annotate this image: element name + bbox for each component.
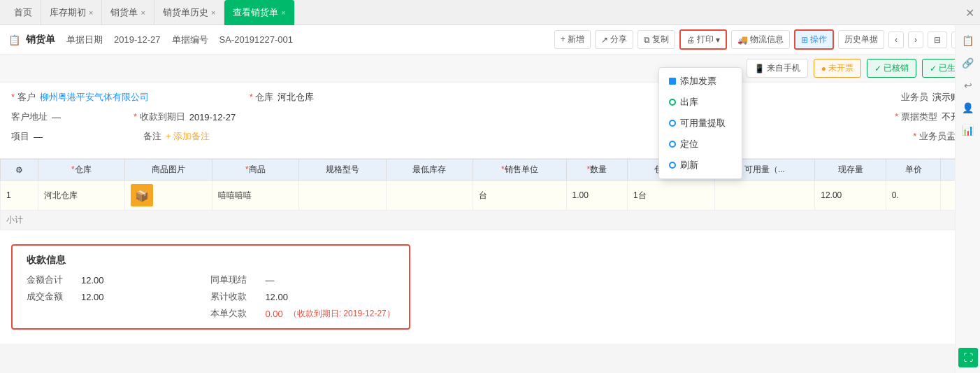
payment-row-same-order: 同单现结 —	[210, 274, 394, 286]
right-sidebar: 📋 🔗 ↩ 👤 📊 ⛶	[955, 25, 980, 344]
not-open-btn[interactable]: ● 未开票	[814, 59, 861, 78]
project-label: 项目	[11, 130, 29, 143]
row-spec	[299, 181, 387, 211]
close-tab-3[interactable]: ×	[211, 8, 215, 17]
row-current-stock: 12.00	[815, 181, 886, 211]
tab-sales-history[interactable]: 销货单历史 ×	[154, 0, 224, 25]
row-product: 嘻嘻嘻嘻	[212, 181, 299, 211]
deal-amount-value: 12.00	[81, 292, 104, 302]
nav-prev-button[interactable]: ‹	[888, 31, 904, 48]
ops-button[interactable]: ⊞ 操作	[794, 29, 834, 50]
dropdown-available-extract[interactable]: 可用量提取	[659, 113, 742, 134]
close-tab-1[interactable]: ×	[89, 8, 93, 17]
add-invoice-icon	[669, 78, 676, 85]
row-warehouse: 河北仓库	[38, 181, 125, 211]
ops-dropdown-menu: 添加发票 出库 可用量提取 定位 刷新	[658, 67, 742, 179]
sidebar-icon-document[interactable]: 📋	[958, 31, 978, 50]
close-tab-2[interactable]: ×	[140, 8, 145, 17]
date-value: 2019-12-27	[114, 34, 161, 45]
product-image: 📦	[131, 184, 153, 206]
customer-field: 客户 柳州粤港平安气体有限公司	[11, 91, 149, 104]
completed-btn[interactable]: ✓ 已核销	[867, 59, 916, 78]
dropdown-refresh[interactable]: 刷新	[659, 155, 742, 176]
project-field: 项目 —	[11, 130, 43, 143]
check-icon: ✓	[874, 64, 881, 73]
from-phone-btn[interactable]: 📱 来自手机	[747, 59, 808, 78]
row-min-stock	[386, 181, 473, 211]
nav-next-button[interactable]: ›	[908, 31, 923, 48]
payment-date-value: 2019-12-27	[189, 112, 236, 122]
ticket-type-label: 票据类型	[895, 111, 937, 123]
close-window-btn[interactable]: ✕	[965, 6, 974, 19]
refresh-icon	[669, 162, 676, 169]
total-label: 金额合计	[27, 274, 75, 286]
print-icon: 🖨	[686, 35, 695, 45]
action-row: 📱 来自手机 ● 未开票 ✓ 已核销 ✓ 已生效	[0, 55, 980, 83]
dropdown-outbound[interactable]: 出库	[659, 92, 742, 113]
tab-home[interactable]: 首页	[6, 0, 41, 25]
payment-row-due	[27, 307, 210, 320]
cumulative-value: 12.00	[265, 292, 288, 302]
print-dropdown-icon: ▾	[716, 35, 720, 45]
deal-amount-label: 成交金额	[27, 290, 75, 303]
doc-title: 销货单	[26, 34, 55, 46]
th-qty: *数量	[566, 160, 627, 181]
warehouse-field: 仓库 河北仓库	[250, 91, 315, 104]
th-warehouse: *仓库	[38, 160, 125, 181]
tab-view-sales-order[interactable]: 查看销货单 ×	[224, 0, 294, 25]
warehouse-value: 河北仓库	[278, 91, 314, 104]
payment-info-box: 收款信息 金额合计 12.00 同单现结 — 成交金额 12.00 累计收款 1…	[11, 244, 410, 330]
customer-value[interactable]: 柳州粤港平安气体有限公司	[40, 91, 149, 104]
table-wrapper: ⚙ *仓库 商品图片 *商品 规格型号 最低库存 *销售单位 *数量 包装数量 …	[0, 158, 980, 230]
table-header-row: ⚙ *仓库 商品图片 *商品 规格型号 最低库存 *销售单位 *数量 包装数量 …	[1, 160, 980, 181]
effective-icon: ✓	[930, 64, 937, 73]
number-label: 单据编号	[172, 34, 208, 46]
copy-button[interactable]: ⧉ 复制	[637, 30, 675, 49]
sidebar-icon-user[interactable]: 👤	[958, 98, 978, 118]
history-button[interactable]: 历史单据	[838, 30, 884, 49]
dropdown-locate[interactable]: 定位	[659, 134, 742, 155]
total-value: 12.00	[81, 275, 104, 286]
address-field: 客户地址 —	[11, 111, 61, 123]
row-num: 1	[1, 181, 38, 211]
sidebar-icon-link[interactable]: 🔗	[958, 53, 978, 73]
note-label: 备注	[143, 130, 161, 143]
share-icon: ↗	[601, 35, 608, 45]
truck-icon: 🚚	[737, 35, 748, 45]
payment-row-current-due: 本单欠款 0.00 （收款到期日: 2019-12-27）	[210, 307, 394, 320]
salesperson-label: 业务员盂	[913, 130, 956, 143]
row-img: 📦	[125, 181, 212, 211]
date-label: 单据日期	[66, 34, 103, 46]
current-due-label: 本单欠款	[210, 307, 259, 320]
tab-sales-order[interactable]: 销货单 ×	[102, 0, 154, 25]
address-value: —	[52, 112, 61, 122]
th-spec: 规格型号	[299, 160, 387, 181]
th-price: 单价	[886, 160, 941, 181]
share-button[interactable]: ↗ 分享	[595, 30, 633, 49]
doc-icon: 📋	[8, 34, 20, 45]
add-button[interactable]: + 新增	[554, 30, 591, 49]
payment-date-field: 收款到期日 2019-12-27	[134, 111, 236, 123]
note-field: 备注 + 添加备注	[143, 130, 210, 143]
project-value: —	[34, 132, 43, 142]
form-row-1: 客户 柳州粤港平安气体有限公司 仓库 河北仓库 业务员 演示账号	[11, 91, 969, 104]
th-min-stock: 最低库存	[386, 160, 473, 181]
form-row-3: 项目 — 备注 + 添加备注 业务员盂 —	[11, 130, 969, 143]
close-tab-4[interactable]: ×	[281, 8, 285, 17]
add-note-btn[interactable]: + 添加备注	[166, 130, 210, 143]
subtotal-row: 小计	[1, 211, 980, 230]
logistics-button[interactable]: 🚚 物流信息	[731, 30, 790, 49]
print-button[interactable]: 🖨 打印 ▾	[679, 29, 727, 50]
view-grid-button[interactable]: ⊟	[928, 31, 947, 48]
dropdown-add-invoice[interactable]: 添加发票	[659, 71, 742, 92]
payment-row-cumulative: 累计收款 12.00	[210, 290, 394, 303]
tab-inventory-init[interactable]: 库存期初 ×	[41, 0, 102, 25]
table-row: 1 河北仓库 📦 嘻嘻嘻嘻 台 1.00 1台 12.00 0.	[1, 181, 980, 211]
sidebar-icon-chart[interactable]: 📊	[958, 120, 978, 140]
same-order-label: 同单现结	[210, 274, 259, 286]
phone-icon: 📱	[754, 64, 765, 73]
th-gear[interactable]: ⚙	[1, 160, 38, 181]
sidebar-icon-return[interactable]: ↩	[958, 76, 978, 95]
row-price: 0.	[886, 181, 941, 211]
address-label: 客户地址	[11, 111, 48, 123]
